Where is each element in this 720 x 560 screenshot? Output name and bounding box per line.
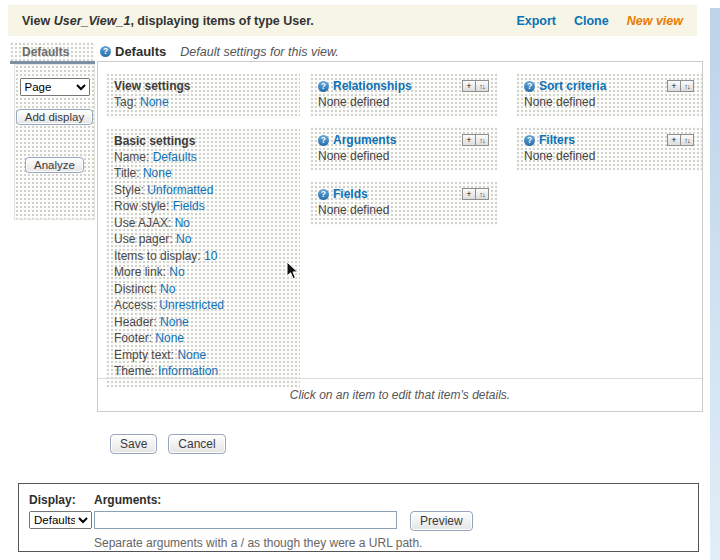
add-field-button[interactable]: +: [462, 188, 476, 200]
rearrange-arguments-button[interactable]: ↑↓: [475, 134, 489, 146]
basic-settings-title: Basic settings: [114, 133, 292, 149]
view-settings-box[interactable]: View settings Tag: None: [106, 73, 300, 118]
preview-button[interactable]: Preview: [410, 511, 473, 531]
help-icon[interactable]: ?: [524, 135, 535, 146]
help-icon[interactable]: ?: [100, 46, 111, 57]
setting-value-link[interactable]: Unformatted: [147, 183, 213, 197]
display-header: ? Defaults Default settings for this vie…: [100, 44, 339, 59]
setting-value-link[interactable]: Defaults: [153, 150, 197, 164]
setting-row-use-pager: Use pager: No: [114, 231, 292, 248]
setting-label: More link:: [114, 265, 166, 279]
setting-row-distinct: Distinct: No: [114, 281, 292, 298]
view-title-prefix: View: [22, 14, 54, 28]
add-argument-button[interactable]: +: [462, 134, 476, 146]
page-background-strip: [710, 8, 720, 560]
setting-row-use-ajax: Use AJAX: No: [114, 215, 292, 232]
setting-row-name: Name: Defaults: [114, 149, 292, 166]
fields-box[interactable]: ? Fields + ↑↓ None defined: [310, 181, 497, 225]
rearrange-fields-button[interactable]: ↑↓: [475, 188, 489, 200]
tab-defaults[interactable]: Defaults: [10, 42, 95, 64]
setting-value-link[interactable]: No: [176, 232, 191, 246]
setting-row-title: Title: None: [114, 165, 292, 182]
rearrange-sorts-button[interactable]: ↑↓: [680, 80, 694, 92]
preview-display-select[interactable]: Defaults: [29, 511, 92, 529]
help-icon[interactable]: ?: [524, 81, 535, 92]
relationships-box[interactable]: ? Relationships + ↑↓ None defined: [310, 73, 497, 117]
setting-value-link[interactable]: Information: [158, 364, 218, 378]
arguments-box[interactable]: ? Arguments + ↑↓ None defined: [310, 127, 497, 171]
view-title-suffix: , displaying items of type User.: [130, 14, 313, 28]
views-edit-page: View User_View_1, displaying items of ty…: [0, 0, 720, 560]
fields-title-link[interactable]: Fields: [333, 186, 368, 202]
setting-row-row-style: Row style: Fields: [114, 198, 292, 215]
help-icon[interactable]: ?: [318, 189, 329, 200]
setting-label: Theme:: [114, 364, 155, 378]
sort-criteria-title-link[interactable]: Sort criteria: [539, 78, 606, 94]
setting-row-more-link: More link: No: [114, 264, 292, 281]
fields-empty-text: None defined: [318, 202, 489, 218]
save-button[interactable]: Save: [110, 434, 157, 454]
add-relationship-button[interactable]: +: [462, 80, 476, 92]
setting-label: Use pager:: [114, 232, 173, 246]
filters-empty-text: None defined: [524, 148, 694, 164]
settings-columns: View settings Tag: None Basic settings N…: [98, 62, 702, 397]
relationships-title-link[interactable]: Relationships: [333, 78, 412, 94]
add-display-button[interactable]: Add display: [16, 109, 93, 125]
preview-arguments-help: Separate arguments with a / as though th…: [94, 536, 473, 550]
cancel-button[interactable]: Cancel: [168, 434, 225, 454]
setting-row-access: Access: Unrestricted: [114, 297, 292, 314]
add-filter-button[interactable]: +: [667, 134, 681, 146]
setting-value-link[interactable]: No: [175, 216, 190, 230]
setting-value-link[interactable]: None: [143, 166, 172, 180]
setting-label: Tag:: [114, 95, 137, 109]
display-sidebar: Page Add display Analyze: [14, 64, 95, 220]
setting-label: Header:: [114, 315, 157, 329]
filters-box[interactable]: ? Filters + ↑↓ None defined: [516, 127, 702, 171]
preview-arguments-input[interactable]: [94, 511, 397, 529]
clone-link[interactable]: Clone: [574, 14, 609, 28]
setting-row-header: Header: None: [114, 314, 292, 331]
settings-column-1: View settings Tag: None Basic settings N…: [106, 73, 300, 397]
setting-row-empty-text: Empty text: None: [114, 347, 292, 364]
relationships-empty-text: None defined: [318, 94, 489, 110]
display-title: Defaults: [115, 44, 166, 59]
setting-value-link[interactable]: None: [155, 331, 184, 345]
setting-label: Empty text:: [114, 348, 174, 362]
tab-defaults-label: Defaults: [22, 45, 69, 59]
setting-value-link[interactable]: None: [140, 95, 169, 109]
new-view-link[interactable]: New view: [627, 14, 683, 28]
setting-label: Use AJAX:: [114, 216, 171, 230]
setting-row-tag: Tag: None: [114, 94, 292, 111]
setting-label: Footer:: [114, 331, 152, 345]
setting-value-link[interactable]: None: [160, 315, 189, 329]
setting-value-link[interactable]: No: [160, 282, 175, 296]
setting-value-link[interactable]: Fields: [173, 199, 205, 213]
display-settings-panel: View settings Tag: None Basic settings N…: [97, 61, 703, 412]
setting-label: Access:: [114, 298, 156, 312]
basic-settings-box[interactable]: Basic settings Name: Defaults Title: Non…: [106, 128, 300, 387]
setting-value-link[interactable]: None: [177, 348, 206, 362]
setting-value-link[interactable]: 10: [204, 249, 217, 263]
filters-title-link[interactable]: Filters: [539, 132, 575, 148]
help-icon[interactable]: ?: [318, 135, 329, 146]
sort-criteria-box[interactable]: ? Sort criteria + ↑↓ None defined: [516, 73, 702, 117]
setting-label: Distinct:: [114, 282, 157, 296]
form-actions: Save Cancel: [110, 434, 226, 454]
export-link[interactable]: Export: [516, 14, 556, 28]
add-sort-button[interactable]: +: [667, 80, 681, 92]
setting-value-link[interactable]: No: [169, 265, 184, 279]
setting-row-footer: Footer: None: [114, 330, 292, 347]
rearrange-relationships-button[interactable]: ↑↓: [475, 80, 489, 92]
setting-value-link[interactable]: Unrestricted: [159, 298, 224, 312]
display-type-select[interactable]: Page: [20, 78, 90, 96]
rearrange-filters-button[interactable]: ↑↓: [680, 134, 694, 146]
arguments-title-link[interactable]: Arguments: [333, 132, 396, 148]
sort-criteria-empty-text: None defined: [524, 94, 694, 110]
preview-display-field: Display: Defaults: [29, 493, 94, 550]
setting-label: Style:: [114, 183, 144, 197]
preview-arguments-label: Arguments:: [94, 493, 473, 507]
view-action-links: Export Clone New view: [516, 14, 683, 28]
analyze-button[interactable]: Analyze: [25, 157, 84, 173]
settings-column-3: ? Sort criteria + ↑↓ None defined ? Filt…: [516, 73, 702, 397]
help-icon[interactable]: ?: [318, 81, 329, 92]
